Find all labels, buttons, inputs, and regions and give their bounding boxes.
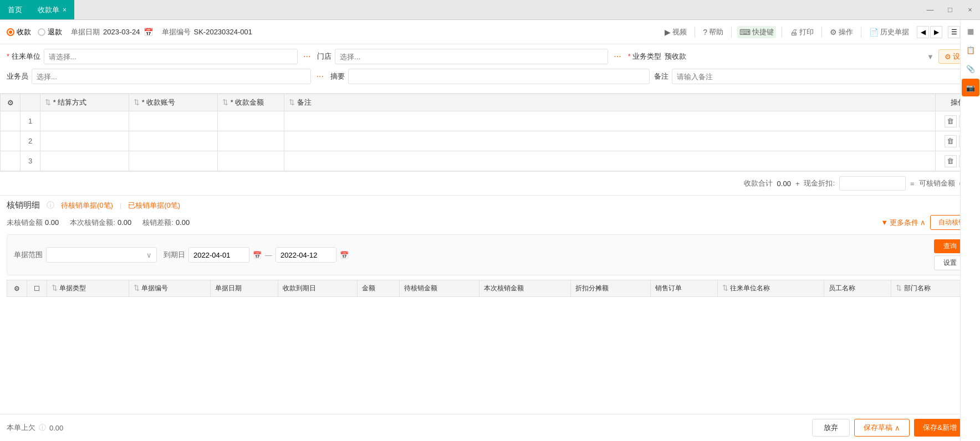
row2-remark[interactable]	[284, 131, 936, 151]
sidebar-icon-attachment[interactable]: 📎	[962, 60, 979, 78]
sidebar-icon-table[interactable]: ▦	[962, 22, 979, 40]
abandon-btn[interactable]: 放弃	[812, 419, 850, 437]
more-filter-btn[interactable]: ▼ 更多条件 ∧	[881, 218, 926, 228]
unchecked-label: 未核销金额	[7, 218, 43, 228]
minimize-icon: —	[927, 6, 934, 14]
summary-row: 收款合计 0.00 + 现金折扣: = 可核销金额 0.00	[0, 172, 980, 196]
video-label: 视频	[672, 27, 687, 37]
hx-th-sales-order: 销售订单	[650, 280, 717, 297]
settings-gear-icon: ⚙	[945, 53, 951, 61]
hx-th-checkbox[interactable]: ☐	[27, 280, 47, 297]
divider2	[731, 27, 732, 38]
biz-type-select[interactable]: 预收款 ▼	[665, 52, 934, 61]
row1-remark[interactable]	[284, 111, 936, 131]
date-calendar-icon[interactable]: 📅	[144, 28, 153, 37]
shortcut-label: 快捷键	[752, 27, 774, 37]
row2-account[interactable]	[129, 131, 218, 151]
row2-delete-btn[interactable]: 🗑	[945, 135, 957, 147]
hx-th-staff: 员工名称	[824, 280, 891, 297]
staff-input[interactable]	[32, 69, 311, 84]
row1-method[interactable]	[40, 111, 129, 131]
summary-input[interactable]	[348, 69, 650, 84]
tab-home[interactable]: 首页	[0, 0, 30, 19]
range-select[interactable]: ∨	[46, 247, 157, 263]
row3-amount[interactable]	[218, 151, 284, 171]
radio-refund[interactable]: 退款	[38, 27, 62, 37]
th-account: ⇅ * 收款账号	[129, 94, 218, 111]
calendar-end-icon[interactable]: 📅	[340, 251, 349, 259]
bottom-bar: 本单上欠 ⓘ 0.00 放弃 保存草稿 ∧ 保存&新增 ∧	[0, 414, 980, 441]
help-btn[interactable]: ? 帮助	[701, 26, 726, 38]
table-row: 2 🗑 ⧉	[1, 131, 980, 151]
note-input[interactable]	[672, 69, 973, 84]
help-label: 帮助	[709, 27, 723, 37]
sidebar-icon-clipboard[interactable]: 📋	[962, 41, 979, 59]
sidebar-icon-screenshot[interactable]: 📷	[962, 79, 979, 96]
partner-label: * 往来单位	[7, 52, 40, 61]
row2-method[interactable]	[40, 131, 129, 151]
save-draft-arrow-icon: ∧	[895, 424, 900, 432]
discount-label: 现金折扣:	[804, 178, 835, 188]
minimize-button[interactable]: —	[920, 0, 940, 20]
hx-th-number: ⇅ 单据编号	[129, 280, 211, 297]
maximize-button[interactable]: □	[940, 0, 960, 20]
row3-delete-btn[interactable]: 🗑	[945, 155, 957, 167]
hx-th-settings[interactable]: ⚙	[7, 280, 27, 297]
biz-type-arrow-icon: ▼	[927, 53, 934, 61]
receipt-table-section: ⚙ ⇅ * 结算方式 ⇅ * 收款账号 ⇅ * 收	[0, 94, 980, 172]
row1-delete-btn[interactable]: 🗑	[945, 115, 957, 127]
divider5	[861, 27, 861, 38]
table-settings-icon: ⚙	[7, 99, 14, 107]
list-view-btn[interactable]: ☰	[948, 26, 960, 38]
radio-refund-circle	[38, 28, 45, 36]
row1-account[interactable]	[129, 111, 218, 131]
hx-info-icon[interactable]: ⓘ	[47, 201, 54, 211]
per-order-label: 本单上欠	[7, 423, 35, 433]
th-remark: ⇅ 备注	[284, 94, 936, 111]
due-start-input[interactable]	[188, 247, 249, 263]
partner-input[interactable]	[44, 49, 298, 64]
unchecked-value: 0.00	[45, 218, 59, 227]
staff-more-btn[interactable]: ···	[314, 71, 326, 81]
operation-btn[interactable]: ⚙ 操作	[828, 26, 855, 38]
row3-account[interactable]	[129, 151, 218, 171]
store-input[interactable]	[335, 49, 608, 64]
next-btn[interactable]: ▶	[930, 26, 942, 38]
th-settings[interactable]: ⚙	[1, 94, 21, 111]
hx-section: 核销明细 ⓘ 待核销单据(0笔) | 已核销单据(0笔) 未核销金额 0.00 …	[0, 196, 980, 414]
tab-close-icon[interactable]: ×	[63, 6, 67, 14]
row3-remark[interactable]	[284, 151, 936, 171]
hx-query-row: 单据范围 ∨ 到期日 📅 — 📅 查询 设置	[7, 234, 973, 275]
store-more-btn[interactable]: ···	[611, 52, 623, 61]
row3-method[interactable]	[40, 151, 129, 171]
hx-done-tab[interactable]: 已核销单据(0笔)	[128, 201, 180, 211]
hx-pending-tab[interactable]: 待核销单据(0笔)	[61, 201, 113, 211]
filter-icon: ▼	[881, 218, 888, 227]
sort-icon3: ⇅	[222, 98, 228, 106]
number-field-group: 单据编号 SK-20230324-001	[162, 27, 253, 37]
close-button[interactable]: ×	[960, 0, 980, 20]
prev-btn[interactable]: ◀	[917, 26, 929, 38]
tab-receipt[interactable]: 收款单 ×	[30, 0, 74, 19]
shortcut-btn[interactable]: ⌨ 快捷键	[737, 26, 776, 38]
print-btn[interactable]: 🖨 打印	[788, 26, 816, 38]
row2-amount[interactable]	[218, 131, 284, 151]
partner-field: * 往来单位 ···	[7, 49, 313, 64]
hx-th-due: 收款到期日	[278, 280, 357, 297]
help-icon: ?	[703, 28, 707, 37]
video-btn[interactable]: ▶ 视频	[662, 26, 689, 38]
due-end-input[interactable]	[275, 247, 336, 263]
row1-amount[interactable]	[218, 111, 284, 131]
hx-title: 核销明细	[7, 200, 40, 211]
calendar-start-icon[interactable]: 📅	[253, 251, 262, 259]
history-btn[interactable]: 📄 历史单据	[867, 26, 911, 38]
divider1	[695, 27, 695, 38]
discount-input[interactable]	[839, 176, 906, 191]
number-label: 单据编号	[162, 27, 191, 37]
partner-more-btn[interactable]: ···	[301, 52, 313, 61]
per-order-info-icon[interactable]: ⓘ	[39, 423, 46, 433]
radio-collect[interactable]: 收款	[7, 27, 31, 37]
save-draft-btn[interactable]: 保存草稿 ∧	[854, 419, 910, 437]
hx-header: 核销明细 ⓘ 待核销单据(0笔) | 已核销单据(0笔)	[7, 200, 973, 211]
clipboard-icon: 📋	[966, 46, 975, 54]
